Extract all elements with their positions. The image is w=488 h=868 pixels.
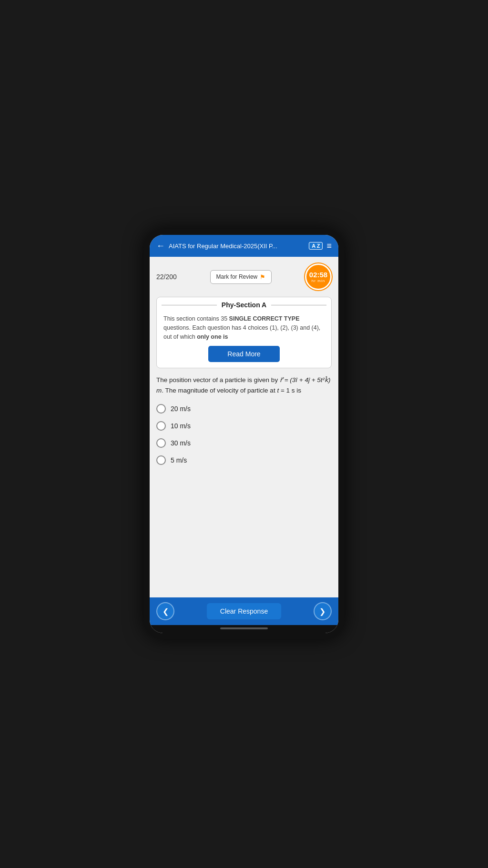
app-title: AIATS for Regular Medical-2025(XII P... xyxy=(169,242,305,250)
radio-c[interactable] xyxy=(156,438,166,448)
option-d-label: 5 m/s xyxy=(171,456,187,464)
radio-d[interactable] xyxy=(156,455,166,465)
prev-button[interactable]: ❮ xyxy=(156,602,174,620)
home-indicator xyxy=(150,625,338,633)
option-d[interactable]: 5 m/s xyxy=(156,455,332,465)
mark-for-review-button[interactable]: Mark for Review ⚑ xyxy=(210,270,272,284)
read-more-button[interactable]: Read More xyxy=(208,346,279,362)
section-line-left xyxy=(162,305,217,305)
section-title-row: Phy-Section A xyxy=(157,297,331,312)
menu-button[interactable]: ≡ xyxy=(326,241,332,251)
header-row: 22/200 Mark for Review ⚑ 02:58 hr min xyxy=(156,263,332,290)
options-list: 20 m/s 10 m/s 30 m/s 5 m/s xyxy=(156,404,332,465)
question-text: The position vector of a particle is giv… xyxy=(156,375,332,395)
option-c[interactable]: 30 m/s xyxy=(156,438,332,448)
radio-a[interactable] xyxy=(156,404,166,414)
section-title: Phy-Section A xyxy=(222,301,266,309)
phone-frame: ← AIATS for Regular Medical-2025(XII P..… xyxy=(144,229,344,639)
mark-review-label: Mark for Review xyxy=(216,273,258,280)
bottom-bar: ❮ Clear Response ❯ xyxy=(150,597,338,625)
back-button[interactable]: ← xyxy=(156,241,165,251)
home-bar xyxy=(220,627,268,629)
section-description: This section contains 35 SINGLE CORRECT … xyxy=(157,312,331,346)
timer-value: 02:58 xyxy=(309,271,327,278)
section-line-right xyxy=(271,305,326,305)
top-bar: ← AIATS for Regular Medical-2025(XII P..… xyxy=(150,235,338,257)
flag-icon: ⚑ xyxy=(260,273,265,281)
spacer xyxy=(156,473,332,558)
option-a[interactable]: 20 m/s xyxy=(156,404,332,414)
option-b[interactable]: 10 m/s xyxy=(156,421,332,431)
section-box: Phy-Section A This section contains 35 S… xyxy=(156,297,332,368)
clear-response-button[interactable]: Clear Response xyxy=(207,603,281,619)
math-expression: r⃗ = (3î + 4ĵ + 5t²k̂) m xyxy=(156,376,331,394)
content-area: 22/200 Mark for Review ⚑ 02:58 hr min xyxy=(150,257,338,597)
radio-b[interactable] xyxy=(156,421,166,431)
option-c-label: 30 m/s xyxy=(171,439,191,447)
timer-min: 58 xyxy=(319,271,327,279)
timer-display: 02:58 hr min xyxy=(305,263,332,290)
next-button[interactable]: ❯ xyxy=(314,602,332,620)
timer-hr: 02 xyxy=(309,271,317,279)
question-counter: 22/200 xyxy=(156,273,177,281)
az-badge: A Z xyxy=(309,242,323,250)
option-b-label: 10 m/s xyxy=(171,422,191,430)
option-a-label: 20 m/s xyxy=(171,405,191,413)
phone-screen: ← AIATS for Regular Medical-2025(XII P..… xyxy=(150,235,338,633)
timer-unit-label: hr min xyxy=(312,279,325,283)
